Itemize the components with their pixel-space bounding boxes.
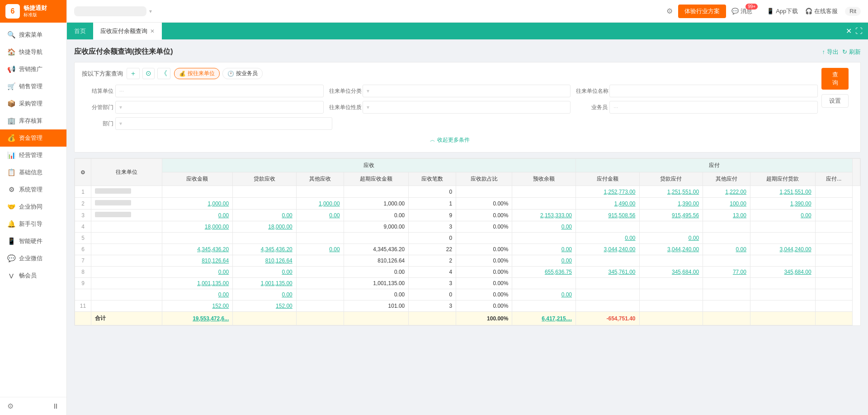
subdept-input[interactable]: ▾ (115, 117, 332, 130)
sidebar-item-智能硬件[interactable]: 📱智能硬件 (0, 233, 66, 250)
table-cell[interactable]: 1,390.00 (750, 198, 815, 210)
edit-scheme-button[interactable]: ⊙ (142, 68, 155, 79)
app-download-button[interactable]: 📱 App下载 (767, 7, 798, 15)
sidebar-settings-icon[interactable]: ⚙ (7, 402, 14, 410)
scheme-item-partner[interactable]: 💰 按往来单位 (174, 68, 220, 79)
table-cell[interactable]: 1,251,551.00 (750, 186, 815, 198)
table-cell[interactable]: 13.00 (703, 210, 750, 221)
table-cell[interactable]: 0.00 (296, 244, 344, 255)
table-cell[interactable]: 18,000.00 (233, 221, 297, 233)
sidebar-item-采购管理[interactable]: 📦采购管理 (0, 95, 66, 112)
table-cell[interactable]: 0.00 (233, 210, 297, 221)
table-cell[interactable]: 0.00 (233, 289, 297, 301)
table-cell[interactable]: 1,000.00 (296, 198, 344, 210)
sidebar-item-库存核算[interactable]: 🏢库存核算 (0, 112, 66, 129)
partner-name-input[interactable] (609, 85, 818, 97)
sidebar-item-搜索菜单[interactable]: 🔍搜索菜单 (0, 26, 66, 43)
scheme-item-salesman[interactable]: 🕐 按业务员 (222, 68, 263, 79)
sidebar-item-新手引导[interactable]: 🔔新手引导 (0, 215, 66, 233)
sidebar-item-系统管理[interactable]: ⚙系统管理 (0, 181, 66, 198)
th-gear[interactable]: ⚙ (75, 159, 91, 186)
table-cell[interactable]: 1,001,135.00 (162, 278, 233, 289)
add-scheme-button[interactable]: ＋ (127, 68, 140, 79)
table-cell[interactable]: 4,345,436.20 (162, 244, 233, 255)
sidebar-collapse-icon[interactable]: ⏸ (52, 402, 59, 410)
table-cell[interactable]: 0.00 (162, 289, 233, 301)
sidebar-item-营销推广[interactable]: 📢营销推广 (0, 61, 66, 78)
table-cell[interactable]: 655,636.75 (512, 267, 576, 278)
tab-home[interactable]: 首页 (67, 23, 93, 40)
topnav-gear-icon[interactable]: ⚙ (666, 7, 673, 15)
tabbar-expand-icon[interactable]: ⛶ (855, 27, 863, 35)
footer-ar-prepay[interactable]: 6,417,215.... (512, 312, 576, 325)
table-cell[interactable]: 810,126.64 (162, 255, 233, 267)
user-menu[interactable]: Rit (845, 7, 861, 16)
collapse-scheme-button[interactable]: 《 (157, 68, 170, 79)
table-gear-icon[interactable]: ⚙ (80, 169, 85, 176)
table-cell[interactable]: 3,044,240.00 (750, 244, 815, 255)
sidebar-item-快捷导航[interactable]: 🏠快捷导航 (0, 43, 66, 61)
table-cell[interactable]: 1,252,773.00 (576, 186, 640, 198)
table-cell[interactable]: 0.00 (512, 255, 576, 267)
table-cell[interactable]: 1,390.00 (639, 198, 703, 210)
table-cell[interactable]: 1,001,135.00 (233, 278, 297, 289)
footer-ar-amount[interactable]: 19,553,472,6... (162, 312, 233, 325)
table-cell[interactable]: 0.00 (639, 233, 703, 244)
table-cell[interactable]: 915,508.56 (576, 210, 640, 221)
table-cell[interactable]: 152.00 (162, 301, 233, 312)
table-cell[interactable]: 0.00 (512, 244, 576, 255)
sidebar-item-畅会员[interactable]: V畅会员 (0, 267, 66, 284)
table-cell[interactable]: 1,000.00 (162, 198, 233, 210)
table-cell[interactable]: 0.00 (162, 267, 233, 278)
online-service-button[interactable]: 🎧 在线客服 (805, 7, 838, 15)
settlement-input[interactable]: ··· (115, 85, 324, 97)
sidebar-item-销售管理[interactable]: 🛒销售管理 (0, 78, 66, 95)
table-cell[interactable]: 0.00 (703, 244, 750, 255)
table-cell[interactable]: 18,000.00 (162, 221, 233, 233)
tabbar-close-icon[interactable]: ✕ (846, 27, 852, 35)
dept-input[interactable]: ▾ (115, 101, 324, 114)
table-cell[interactable]: 0.00 (233, 267, 297, 278)
table-cell[interactable]: 4,345,436.20 (233, 244, 297, 255)
sidebar-item-基础信息[interactable]: 📋基础信息 (0, 164, 66, 181)
sidebar-item-企业协同[interactable]: 🤝企业协同 (0, 198, 66, 215)
table-cell[interactable]: 0.00 (512, 221, 576, 233)
table-cell[interactable]: 0.00 (512, 289, 576, 301)
setting-button[interactable]: 设置 (821, 94, 849, 108)
table-cell[interactable]: 1,222.00 (703, 186, 750, 198)
table-cell[interactable]: 77.00 (703, 267, 750, 278)
table-cell[interactable]: 1,251,551.00 (639, 186, 703, 198)
table-cell[interactable]: 0.00 (750, 210, 815, 221)
table-cell[interactable]: 345,684.00 (750, 267, 815, 278)
table-cell[interactable]: 915,495.56 (639, 210, 703, 221)
table-cell (91, 186, 162, 198)
category-input[interactable]: ▾ (363, 85, 571, 97)
tab-close-icon[interactable]: ✕ (150, 28, 155, 34)
table-cell[interactable]: 345,761.00 (576, 267, 640, 278)
table-cell[interactable]: 3,044,240.00 (639, 244, 703, 255)
table-cell[interactable]: 152.00 (233, 301, 297, 312)
table-cell[interactable]: 345,684.00 (639, 267, 703, 278)
message-button[interactable]: 💬 消息 99+ (731, 7, 752, 15)
table-cell: 0 (409, 186, 456, 198)
nature-input[interactable]: ▾ (363, 101, 571, 114)
table-cell[interactable]: 810,126.64 (233, 255, 297, 267)
table-cell[interactable]: 3,044,240.00 (576, 244, 640, 255)
table-cell[interactable]: 100.00 (703, 198, 750, 210)
sidebar-item-经营管理[interactable]: 📊经营管理 (0, 147, 66, 164)
promo-button[interactable]: 体验行业方案 (678, 5, 726, 18)
refresh-button[interactable]: ↻ 刷新 (842, 48, 861, 56)
table-cell[interactable]: 0.00 (576, 233, 640, 244)
collapse-button[interactable]: ︿ 收起更多条件 (82, 134, 818, 147)
export-button[interactable]: ↑ 导出 (822, 48, 839, 56)
table-cell[interactable]: 0.00 (296, 210, 344, 221)
tab-query[interactable]: 应收应付余额查询 ✕ (93, 23, 162, 40)
table-cell[interactable]: 1,490.00 (576, 198, 640, 210)
sidebar-item-企业微信[interactable]: 💬企业微信 (0, 250, 66, 267)
query-button[interactable]: 查询 (821, 68, 849, 90)
salesman-input[interactable]: ··· (609, 101, 818, 114)
table-cell[interactable]: 2,153,333.00 (512, 210, 576, 221)
table-cell (815, 186, 852, 198)
sidebar-item-资金管理[interactable]: 💰资金管理 (0, 129, 66, 147)
table-cell[interactable]: 0.00 (162, 210, 233, 221)
